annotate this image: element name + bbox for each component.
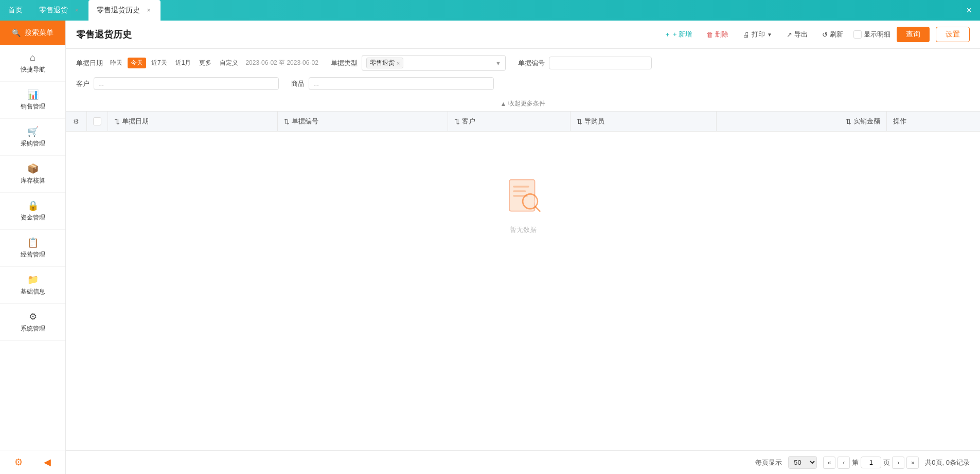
basic-info-icon: 📁 <box>27 274 39 285</box>
type-tag-close[interactable]: × <box>397 60 400 66</box>
date-btn-custom[interactable]: 自定义 <box>217 58 241 68</box>
tab-home[interactable]: 首页 <box>0 0 31 21</box>
svg-point-5 <box>525 197 534 206</box>
type-select[interactable]: 零售退货 × ▼ <box>362 55 506 71</box>
content-area: 零售退货历史 ＋ + 新增 🗑 删除 🖨 打印 ▼ ↗ 导出 <box>66 21 980 474</box>
pagination: 每页显示 50 10 20 100 « ‹ 第 页 › » 共0页, 0条记录 <box>66 450 980 474</box>
settings-icon[interactable]: ⚙ <box>73 118 79 125</box>
sidebar-item-purchase[interactable]: 🛒 采购管理 <box>0 119 65 156</box>
delete-label: 删除 <box>715 30 728 39</box>
tab-retail-return-label: 零售退货 <box>39 6 68 15</box>
new-button[interactable]: ＋ + 新增 <box>660 28 696 41</box>
th-guide-text: 导购员 <box>584 117 604 126</box>
per-page-label: 每页显示 <box>755 458 782 467</box>
th-date[interactable]: ⇅ 单据日期 <box>108 112 278 132</box>
sidebar-item-sales[interactable]: 📊 销售管理 <box>0 82 65 119</box>
type-filter-label: 单据类型 <box>331 59 358 68</box>
page-header: 零售退货历史 ＋ + 新增 🗑 删除 🖨 打印 ▼ ↗ 导出 <box>66 21 980 49</box>
tab-retail-return-history[interactable]: 零售退货历史 × <box>88 0 161 21</box>
date-shortcuts: 昨天 今天 近7天 近1月 更多 自定义 <box>107 58 241 68</box>
sidebar-item-quick-nav-label: 快捷导航 <box>21 65 45 74</box>
date-filter: 单据日期 昨天 今天 近7天 近1月 更多 自定义 2023-06-02 至 2… <box>76 58 318 68</box>
th-guide-sort: ⇅ <box>577 118 582 125</box>
tab-retail-return-history-close[interactable]: × <box>145 7 152 14</box>
empty-state-icon <box>500 173 546 219</box>
sidebar-item-inventory[interactable]: 📦 库存核算 <box>0 156 65 193</box>
print-label: 打印 <box>752 30 765 39</box>
th-amount[interactable]: ⇅ 实销金额 <box>716 112 886 132</box>
print-button[interactable]: 🖨 打印 ▼ <box>739 28 776 41</box>
system-icon: ⚙ <box>29 311 37 322</box>
collapse-label: 收起更多条件 <box>508 99 545 108</box>
order-no-label: 单据编号 <box>518 59 545 68</box>
goods-placeholder: ... <box>313 80 319 87</box>
top-bar: 首页 零售退货 × 零售退货历史 × × <box>0 0 980 21</box>
goods-select[interactable]: ... <box>309 77 494 90</box>
type-tag-label: 零售退货 <box>370 59 395 67</box>
search-icon: 🔍 <box>12 29 21 37</box>
sidebar-item-operations[interactable]: 📋 经营管理 <box>0 230 65 267</box>
type-filter: 单据类型 零售退货 × ▼ <box>331 55 506 71</box>
empty-state: 暂无数据 <box>66 132 980 276</box>
refresh-icon: ↺ <box>822 31 828 39</box>
filter-row-2: 客户 ... 商品 ... <box>76 77 970 90</box>
page-nav: « ‹ 第 页 › » <box>823 457 919 469</box>
last-page-button[interactable]: » <box>906 457 919 469</box>
first-page-button[interactable]: « <box>823 457 835 469</box>
date-btn-yesterday[interactable]: 昨天 <box>107 58 126 68</box>
display-detail-checkbox[interactable]: 显示明细 <box>853 30 890 39</box>
date-range-value: 2023-06-02 至 2023-06-02 <box>245 59 318 67</box>
page-input[interactable] <box>861 457 881 468</box>
page-label: 第 <box>852 458 859 467</box>
operations-icon: 📋 <box>27 237 39 248</box>
tab-retail-return[interactable]: 零售退货 × <box>31 0 88 21</box>
sidebar-item-system-label: 系统管理 <box>21 324 45 333</box>
export-button[interactable]: ↗ 导出 <box>782 28 812 41</box>
new-icon: ＋ <box>664 30 671 39</box>
customer-select[interactable]: ... <box>94 77 279 90</box>
tab-retail-return-close[interactable]: × <box>73 7 80 14</box>
select-all-checkbox[interactable] <box>93 117 101 125</box>
filter-row-1: 单据日期 昨天 今天 近7天 近1月 更多 自定义 2023-06-02 至 2… <box>76 55 970 71</box>
type-select-arrow: ▼ <box>495 60 501 66</box>
th-settings[interactable]: ⚙ <box>66 112 86 132</box>
query-button[interactable]: 查询 <box>897 27 930 42</box>
date-btn-more[interactable]: 更多 <box>196 58 215 68</box>
date-btn-7days[interactable]: 近7天 <box>148 58 170 68</box>
sidebar-search-button[interactable]: 🔍 搜索菜单 <box>0 21 65 45</box>
next-page-button[interactable]: › <box>892 457 904 469</box>
th-date-text: 单据日期 <box>122 117 149 126</box>
export-label: 导出 <box>794 30 808 39</box>
per-page-select[interactable]: 50 10 20 100 <box>788 456 817 469</box>
prev-page-button[interactable]: ‹ <box>838 457 850 469</box>
refresh-button[interactable]: ↺ 刷新 <box>818 28 847 41</box>
sidebar-item-finance[interactable]: 🔒 资金管理 <box>0 193 65 230</box>
th-amount-sort: ⇅ <box>846 118 851 125</box>
filter-area: 单据日期 昨天 今天 近7天 近1月 更多 自定义 2023-06-02 至 2… <box>66 49 980 112</box>
display-detail-check[interactable] <box>853 30 862 39</box>
delete-button[interactable]: 🗑 删除 <box>702 28 733 41</box>
order-no-input[interactable] <box>549 57 652 69</box>
tab-list: 首页 零售退货 × 零售退货历史 × <box>0 0 958 21</box>
collapse-sidebar-icon[interactable]: ◀ <box>44 457 51 468</box>
th-customer[interactable]: ⇅ 客户 <box>448 112 570 132</box>
settings-bottom-icon[interactable]: ⚙ <box>14 457 23 468</box>
th-date-label: ⇅ <box>114 118 120 125</box>
th-order-no-sort: ⇅ <box>284 118 290 125</box>
window-close-button[interactable]: × <box>958 5 980 16</box>
empty-row: 暂无数据 <box>66 132 980 276</box>
date-btn-1month[interactable]: 近1月 <box>172 58 194 68</box>
sidebar-item-quick-nav[interactable]: ⌂ 快捷导航 <box>0 45 65 82</box>
data-table: ⚙ ⇅ 单据日期 ⇅ <box>66 112 980 276</box>
sidebar-item-basic-info[interactable]: 📁 基础信息 <box>0 267 65 304</box>
date-btn-today[interactable]: 今天 <box>128 58 146 68</box>
sidebar-item-system[interactable]: ⚙ 系统管理 <box>0 304 65 341</box>
th-order-no[interactable]: ⇅ 单据编号 <box>278 112 448 132</box>
tab-home-label: 首页 <box>8 6 23 15</box>
setting-button[interactable]: 设置 <box>936 27 970 42</box>
purchase-icon: 🛒 <box>27 126 39 137</box>
sidebar-item-inventory-label: 库存核算 <box>21 176 45 185</box>
collapse-filter-button[interactable]: ▲ 收起更多条件 <box>501 96 546 111</box>
sidebar-item-operations-label: 经营管理 <box>21 250 45 259</box>
th-guide[interactable]: ⇅ 导购员 <box>570 112 716 132</box>
